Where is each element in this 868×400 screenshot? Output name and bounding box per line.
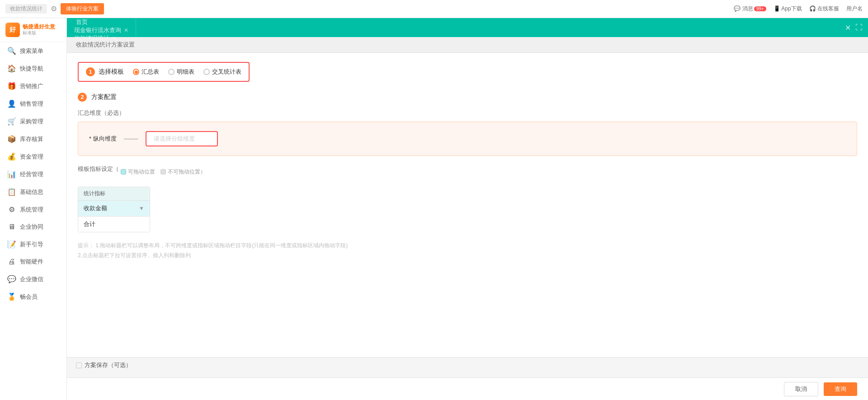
user-info[interactable]: 用户名 (846, 5, 863, 13)
sidebar-label-guide: 新手引导 (20, 240, 43, 249)
dimension-select[interactable]: 请选择分组维度 (146, 131, 218, 146)
radio-summary-label: 汇总表 (142, 68, 159, 76)
sidebar-item-system[interactable]: ⚙系统管理 (0, 201, 66, 218)
metrics-header-row: 模板指标设定（ 可拖动位置 不可拖动位置） (78, 165, 857, 179)
step1-section: 1 选择模板 汇总表 明细表 (78, 62, 857, 82)
sidebar-item-wechat[interactable]: 💬企业微信 (0, 270, 66, 288)
dimension-config-label: 汇总维度（必选） (78, 109, 857, 117)
trial-button[interactable]: 体验行业方案 (61, 3, 104, 14)
top-bar-right: 💬 消息99+ 📱 App下载 🎧 在线客服 用户名 (734, 5, 863, 13)
form-body: 1 选择模板 汇总表 明细表 (67, 53, 868, 357)
sidebar-item-search[interactable]: 🔍搜索菜单 (0, 42, 66, 60)
dimension-row: * 纵向维度 —— 请选择分组维度 (89, 131, 846, 146)
tab-home[interactable]: 首页 (67, 18, 136, 26)
sidebar-item-purchase[interactable]: 🛒采购管理 (0, 113, 66, 130)
tabs-container: 首页现金银行流水查询✕收款情况统计✕新建方案✕ (67, 18, 136, 37)
cell-dropdown-icon[interactable]: ▼ (139, 205, 144, 212)
sidebar-item-inventory[interactable]: 📦库存核算 (0, 130, 66, 148)
message-label[interactable]: 💬 消息99+ (734, 5, 766, 13)
metrics-total: 合计 (78, 216, 150, 232)
hardware-icon: 🖨 (7, 258, 16, 266)
tab-close-cashflow[interactable]: ✕ (124, 27, 128, 33)
tip-1: 提示： 1.拖动标题栏可以调整布局，不可跨维度或指标区域拖动栏目字段(只能在同一… (78, 241, 857, 251)
operation-icon: 📊 (7, 170, 16, 179)
sidebar-item-collab[interactable]: 🖥企业协同 (0, 218, 66, 235)
metrics-cell-amount[interactable]: 收款金额 ▼ (78, 201, 150, 216)
sidebar-item-nav[interactable]: 🏠快捷导航 (0, 60, 66, 77)
page-footer: 方案保存（可选） (67, 357, 868, 373)
page-header: 收款情况统计方案设置 (67, 37, 868, 53)
content-area: 首页现金银行流水查询✕收款情况统计✕新建方案✕ ✕ ⛶ 收款情况统计方案设置 1… (67, 18, 868, 400)
tip-2: 2.点击标题栏下拉可设置排序、插入列和删除列 (78, 251, 857, 261)
tab-label-cashflow: 现金银行流水查询 (74, 26, 121, 34)
online-service[interactable]: 🎧 在线客服 (809, 5, 839, 13)
tab-cashflow[interactable]: 现金银行流水查询✕ (67, 26, 136, 34)
radio-detail[interactable]: 明细表 (168, 68, 194, 76)
bottom-bar: 取消 查询 (67, 377, 868, 400)
radio-summary[interactable]: 汇总表 (133, 68, 159, 76)
template-box: 1 选择模板 汇总表 明细表 (78, 62, 250, 82)
logo-text: 畅捷通好生意 (23, 24, 55, 30)
sidebar-label-member: 畅会员 (20, 293, 38, 301)
sidebar-item-guide[interactable]: 📝新手引导 (0, 235, 66, 253)
metrics-label: 模板指标设定（ (78, 165, 119, 173)
sidebar-label-system: 系统管理 (20, 206, 43, 214)
guide-icon: 📝 (7, 240, 16, 249)
logo-icon: 好 (5, 23, 20, 37)
query-button[interactable]: 查询 (824, 382, 857, 396)
metrics-table-header: 统计指标 (78, 187, 150, 201)
finance-icon: 💰 (7, 152, 16, 161)
nav-icon: 🏠 (7, 64, 16, 73)
sales-icon: 👤 (7, 99, 16, 108)
app-download[interactable]: 📱 App下载 (774, 5, 802, 13)
sidebar-label-collab: 企业协同 (20, 223, 43, 231)
radio-cross[interactable]: 交叉统计表 (203, 68, 241, 76)
dimension-area: * 纵向维度 —— 请选择分组维度 (78, 122, 857, 156)
cancel-button[interactable]: 取消 (784, 382, 818, 396)
logo-tag: 标准版 (23, 30, 55, 36)
radio-cross-circle (203, 69, 210, 75)
sidebar-label-inventory: 库存核算 (20, 135, 43, 143)
radio-detail-circle (168, 69, 175, 75)
vertical-dimension-label: * 纵向维度 (89, 135, 117, 143)
tab-bar: 首页现金银行流水查询✕收款情况统计✕新建方案✕ ✕ ⛶ (67, 18, 868, 37)
sidebar-label-finance: 资金管理 (20, 153, 43, 161)
sidebar-items: 🔍搜索菜单🏠快捷导航🎁营销推广👤销售管理🛒采购管理📦库存核算💰资金管理📊经营管理… (0, 42, 66, 306)
system-icon: ⚙ (7, 205, 16, 214)
nodrag-dot (160, 169, 166, 174)
logo-text-block: 畅捷通好生意 标准版 (23, 24, 55, 36)
sidebar-item-finance[interactable]: 💰资金管理 (0, 148, 66, 165)
sidebar-item-member[interactable]: 🏅畅会员 (0, 288, 66, 306)
step2-title: 方案配置 (91, 93, 117, 101)
breadcrumb: 收款情况统计 (5, 4, 47, 14)
gear-icon[interactable]: ⚙ (51, 5, 57, 13)
top-bar: 收款情况统计 ⚙ 体验行业方案 💬 消息99+ 📱 App下载 🎧 在线客服 用… (0, 0, 868, 18)
collab-icon: 🖥 (7, 223, 16, 231)
sidebar-item-basic[interactable]: 📋基础信息 (0, 183, 66, 201)
top-bar-left: 收款情况统计 ⚙ 体验行业方案 (5, 3, 104, 14)
step1-number: 1 (86, 67, 95, 76)
template-radio-group: 汇总表 明细表 交叉统计表 (133, 68, 241, 76)
tab-close-receipts[interactable]: ✕ (112, 35, 117, 42)
radio-detail-label: 明细表 (177, 68, 194, 76)
save-label: 方案保存（可选） (85, 361, 132, 369)
receipt-amount-label: 收款金额 (84, 204, 107, 212)
sidebar-item-operation[interactable]: 📊经营管理 (0, 165, 66, 183)
tab-expand-icon[interactable]: ⛶ (855, 24, 863, 32)
tab-label-home: 首页 (76, 18, 88, 26)
save-check[interactable]: 方案保存（可选） (76, 361, 132, 369)
metrics-table: 统计指标 收款金额 ▼ 合计 (78, 187, 150, 232)
save-checkbox[interactable] (76, 362, 82, 368)
sidebar-label-wechat: 企业微信 (20, 275, 43, 283)
sidebar-item-marketing[interactable]: 🎁营销推广 (0, 77, 66, 95)
step1-title: 选择模板 (99, 68, 124, 76)
tab-close-new[interactable]: ✕ (100, 43, 105, 50)
tab-close-icon[interactable]: ✕ (845, 24, 851, 32)
metrics-section: 模板指标设定（ 可拖动位置 不可拖动位置） 统计指标 收款金额 ▼ (78, 165, 857, 234)
sidebar-item-hardware[interactable]: 🖨智能硬件 (0, 253, 66, 270)
radio-summary-circle (133, 69, 139, 75)
search-icon: 🔍 (7, 47, 16, 55)
sidebar-label-basic: 基础信息 (20, 188, 43, 196)
sidebar-item-sales[interactable]: 👤销售管理 (0, 95, 66, 113)
sidebar-label-nav: 快捷导航 (20, 65, 43, 73)
